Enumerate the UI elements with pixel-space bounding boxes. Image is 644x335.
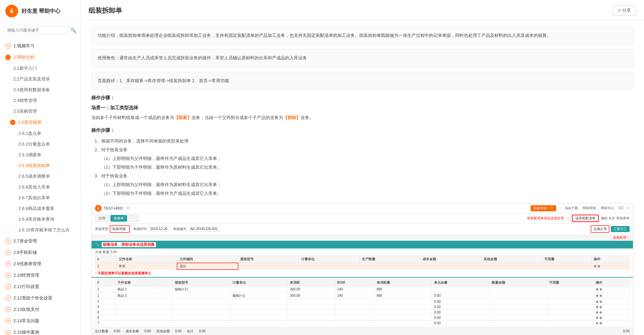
table-row: 1 商品 1 规格(+1) 300.00 140 880 ⊕ ⊗ [95,286,630,292]
mock-assembly-btn: 适用装配清单 [572,215,599,222]
sidebar-item-2-8[interactable]: + 2.8手机旺铺 [0,247,80,258]
mock-top-table-label: 大项 数量 3.00 [95,250,630,255]
sidebar-item-2-6-4[interactable]: 2.6.4组装拆卸单 [0,160,80,171]
step-2: 2、对于组装业务 [95,146,633,154]
sidebar-item-2-4[interactable]: 2.4销售管理 [0,95,80,106]
mock-logo: 6 [95,205,102,212]
td-unit [299,263,360,270]
mock-footer-cost-val: 0.00 [144,329,151,333]
mock-field-date: 单据时间 2019-12-26 [133,226,170,232]
path-intro-block: 页面路径：1、库存核算->库存管理->组装拆卸单 2、首页->常用功能 [91,72,633,90]
bth-name: 子件名称 [115,279,173,286]
sidebar-item-2-2[interactable]: 2.2产品安装及登录 [0,74,80,85]
mock-action-btns: 编辑 合并 其他来单 [601,216,630,221]
table-row: 5 0.00 ⊕ ⊗ [95,310,630,315]
mock-help-btn: 帮助帮助 [583,206,596,211]
mock-label-no: 单据编号 [173,227,186,231]
sidebar-item-2-15[interactable]: + 2.15操作案例 [0,327,80,335]
bth-index: # [95,279,115,286]
sidebar-item-2-6-6[interactable]: 2.6.6其他入库单 [0,182,80,192]
btd-qrem [489,286,547,292]
th-unit: 计量单位 [299,256,360,263]
btd-idx: 1 [95,286,115,292]
td-index: 1 [95,263,117,270]
mock-bottom-table-area: # 子件名称 规格型号 计量单位 单消耗 BOM 单消耗量 单元余量 数量余额 … [92,277,633,327]
sidebar-item-2-3[interactable]: 2.3使用前数据准备 [0,85,80,95]
mock-input-date: 2019-12-26 [148,226,170,232]
highlight-assemble: 【组装】 [174,115,192,120]
sidebar-item-2-6-5[interactable]: 2.6.5成本调整单 [0,171,80,182]
sidebar-item-2-6-3[interactable]: 2.6.3调拨单 [0,150,80,160]
step-3-2: （2）下部明细为子件明细，最终作为产成品生成其它入库单。 [101,189,633,198]
expand-icon-2-15: + [5,330,11,335]
search-icon[interactable]: 🔍 [70,27,76,33]
mock-company: TEST-H002 [104,206,123,210]
mock-close-btn: ✕ [627,206,630,210]
sidebar-item-2-7[interactable]: + 2.7资金管理 [0,235,80,247]
sidebar-item-2-13[interactable]: + 2.13在线支付 [0,304,80,315]
nav-list: + 1.视频学习 − 2.帮助文档 2.1新手入门 2.2产品安装及登录 2.3… [0,38,80,335]
sidebar-item-2-15-label: 2.15操作案例 [13,329,39,335]
sidebar-item-1-label: 1.视频学习 [13,43,35,49]
mock-footer-qty: 合计数量 [95,329,108,334]
mock-top-table: # 父件名称 父件编码 规格型号 计量单位 生产数量 成本金额 其他金额 可用量… [95,256,630,270]
steps-sub-title: 操作步骤： [91,127,633,133]
expand-icon-2-7: + [5,238,11,244]
td-qty [360,263,420,270]
btd2-idx: 2 [95,292,115,299]
sidebar-item-1[interactable]: + 1.视频学习 [0,40,80,52]
sidebar-item-2-12[interactable]: + 2.12系统个性化设置 [0,292,80,304]
table-row: 6 0.00 ⊕ ⊗ [95,315,630,320]
btd2-bom: 140 [335,292,375,299]
step-3-1: （1）上部明细为父件明细，最终作为原材料生成其它出库单； [101,180,633,189]
mock-label-date: 单据时间 [133,227,147,231]
btd-name: 商品 1 [115,286,173,292]
sidebar-item-2-6-1[interactable]: 2.6.1盘点单 [0,128,80,139]
btd2-qrem [489,292,547,299]
table-row: 4 0.00 ⊕ ⊗ [95,304,630,310]
mock-annotation-area: 有装配清单的在这里处理 → 适用装配清单 编辑 合并 其他来单 [527,215,630,222]
sidebar-item-2-1[interactable]: 2.1新手入门 [0,63,80,74]
expand-icon-2-11: + [5,284,11,289]
td-other [481,263,542,270]
bth-qtyrm: 数量余额 [489,279,547,286]
mock-application: 6 TEST-H002 ▼ 新建单据一下 | App下载 帮助帮助 帮助中心 C… [92,204,633,335]
search-input[interactable] [4,26,68,35]
screenshot-mockup: 6 TEST-H002 ▼ 新建单据一下 | App下载 帮助帮助 帮助中心 C… [91,203,633,335]
sidebar-item-2-11[interactable]: + 2.11打印设置 [0,281,80,292]
sidebar-item-2-7-label: 2.7资金管理 [13,238,37,244]
sidebar-item-2-6-9[interactable]: 2.6.9库存账本查询 [0,214,80,225]
bth-op: 操作 [594,279,630,286]
btd2-code [173,292,230,299]
mock-tab-home: 自用 [95,215,109,222]
sidebar-item-2-5[interactable]: 2.5采购管理 [0,106,80,117]
mock-footer-total-val: 0.00 [199,329,205,333]
sidebar-item-2-14[interactable]: + 2.14常见问题 [0,315,80,327]
expand-icon-1: + [5,43,11,49]
mock-bottom-table: # 子件名称 规格型号 计量单位 单消耗 BOM 单消耗量 单元余量 数量余额 … [95,279,630,326]
bth-unit: 计量单位 [230,279,287,286]
btd2-name: 商品 2 [115,292,173,299]
sidebar-item-2-9[interactable]: + 2.9优惠券管理 [0,258,80,270]
share-button[interactable]: ↗ 分享 [612,5,636,15]
btd2-unit: 规格(+1) [230,292,287,299]
annotation-assembly-text: 有装配清单的在这里处理 [527,216,564,221]
btd-op: ⊕ ⊗ [594,286,630,292]
annotation-nofixed-text: ↑ 不固定清单可以直接在这里直接录入 [95,271,630,276]
sidebar-item-2-6-8[interactable]: 2.6.8商品成本重算 [0,203,80,214]
td-op: ⊕ ⊗ [592,263,630,270]
th-cost: 成本金额 [421,256,481,263]
sidebar-item-2-6[interactable]: − 2.6库存核算 [0,117,80,128]
mock-helpcenter-btn: 帮助中心 [601,206,614,211]
btd2-op: ⊕ ⊗ [594,292,630,299]
sidebar-item-2-6-10[interactable]: 2.6.10库存账本错了怎么办 [0,225,80,235]
share-icon: ↗ [617,8,621,13]
expand-icon-2-9: + [5,261,11,267]
sidebar-item-2[interactable]: − 2.帮助文档 [0,52,80,63]
sidebar-item-2-6-2[interactable]: 2.6.2分量盘点单 [0,139,80,150]
mock-dropdown-arrow: ▼ [126,206,129,210]
btd-code: 规格(+1) [173,286,230,292]
sidebar-item-2-14-label: 2.14常见问题 [13,318,39,324]
sidebar-item-2-6-7[interactable]: 2.6.7其他出库单 [0,192,80,203]
sidebar-item-2-10[interactable]: + 2.10经营管理 [0,270,80,281]
